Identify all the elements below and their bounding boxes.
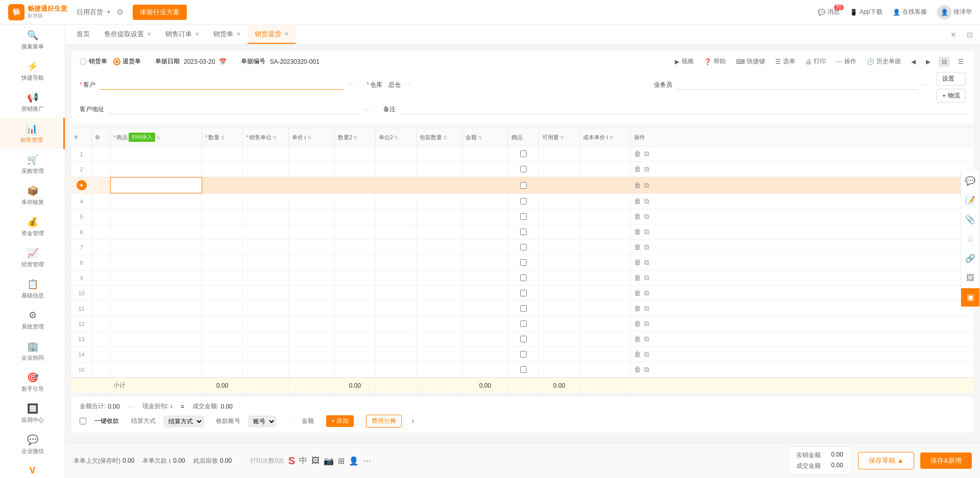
th-unit2-sort[interactable]: ⇅ xyxy=(394,135,398,140)
td-avail-13[interactable] xyxy=(539,332,580,346)
sidebar-item-system[interactable]: ⚙ 系统管理 xyxy=(0,305,65,336)
td-gift-6[interactable] xyxy=(508,224,539,239)
td-unit-2[interactable] xyxy=(243,162,289,177)
td-qty2-11[interactable] xyxy=(335,301,376,316)
td-product-1[interactable] xyxy=(110,146,202,161)
note-input[interactable] xyxy=(400,105,966,114)
td-gift-13[interactable] xyxy=(508,332,539,346)
td-unit-10[interactable] xyxy=(243,286,289,300)
delete-icon-7[interactable]: 🗑 xyxy=(634,243,641,251)
toolbar-operate-btn[interactable]: ⋯ 操作 xyxy=(834,56,859,67)
td-avail-5[interactable] xyxy=(539,209,580,224)
gift-checkbox-2[interactable] xyxy=(520,166,527,172)
toolbar-video-btn[interactable]: ▶ 视频 xyxy=(673,56,696,67)
warehouse-dots-btn[interactable]: ··· xyxy=(405,80,411,89)
product-input-1[interactable] xyxy=(113,150,199,158)
customer-input[interactable] xyxy=(100,80,344,90)
td-qty-8[interactable] xyxy=(202,255,243,270)
td-price-6[interactable] xyxy=(289,224,335,239)
td-price-15[interactable] xyxy=(289,362,335,377)
td-gift-9[interactable] xyxy=(508,270,539,285)
sidebar-item-inventory[interactable]: 📦 库存核算 xyxy=(0,180,65,211)
td-amount-14[interactable] xyxy=(462,347,508,362)
calc-method-select[interactable]: 结算方式 xyxy=(164,416,204,427)
td-price-12[interactable] xyxy=(289,316,335,331)
td-qty-14[interactable] xyxy=(202,347,243,362)
add-payment-btn[interactable]: + 添加 xyxy=(326,415,354,427)
settings-dropdown-arrow[interactable]: ▼ xyxy=(106,9,111,15)
td-gift-10[interactable] xyxy=(508,286,539,300)
add-row-btn[interactable]: + xyxy=(77,180,87,190)
td-qty2-12[interactable] xyxy=(335,316,376,331)
copy-icon-11[interactable]: ⧉ xyxy=(644,304,649,313)
td-product-9[interactable] xyxy=(110,270,202,285)
bottom-icon-scan[interactable]: 📷 xyxy=(324,456,334,466)
copy-icon-15[interactable]: ⧉ xyxy=(644,365,649,374)
toolbar-print-btn[interactable]: 🖨 打印 xyxy=(803,56,828,67)
single-owe-info[interactable]: ℹ xyxy=(169,458,171,464)
td-cost-13[interactable] xyxy=(580,332,631,346)
logistics-action-btn[interactable]: + 物流 xyxy=(937,89,966,103)
td-pkg-4[interactable] xyxy=(416,194,462,209)
td-cost-5[interactable] xyxy=(580,209,631,224)
td-qty-4[interactable] xyxy=(202,194,243,209)
td-unit-14[interactable] xyxy=(243,347,289,362)
sidebar-item-marketing[interactable]: 📢 营销推广 xyxy=(0,87,65,118)
td-cost-9[interactable] xyxy=(580,270,631,285)
tab-sales-delivery[interactable]: 销货单 ✕ xyxy=(206,26,248,44)
cash-discount-info[interactable]: ℹ xyxy=(170,404,173,409)
delete-icon-12[interactable]: 🗑 xyxy=(634,319,641,328)
delete-icon-15[interactable]: 🗑 xyxy=(634,365,641,374)
right-sidebar-photo-btn[interactable]: 🖼 xyxy=(961,269,979,287)
toolbar-help-btn[interactable]: ❓ 帮助 xyxy=(702,56,728,67)
customer-dots-btn[interactable]: ··· xyxy=(348,80,354,89)
td-unit2-14[interactable] xyxy=(376,347,416,362)
td-qty2-10[interactable] xyxy=(335,286,376,300)
td-amount-13[interactable] xyxy=(462,332,508,346)
td-unit-12[interactable] xyxy=(243,316,289,331)
td-qty-5[interactable] xyxy=(202,209,243,224)
td-amount-9[interactable] xyxy=(462,270,508,285)
td-qty-15[interactable] xyxy=(202,362,243,377)
td-price-9[interactable] xyxy=(289,270,335,285)
salesperson-input[interactable] xyxy=(676,80,918,90)
gift-checkbox-7[interactable] xyxy=(520,244,527,250)
td-cost-3[interactable] xyxy=(580,177,631,193)
sidebar-item-wechat[interactable]: 💬 企业微信 xyxy=(0,429,65,460)
td-qty2-13[interactable] xyxy=(335,332,376,346)
td-gift-4[interactable] xyxy=(508,194,539,209)
copy-icon-12[interactable]: ⧉ xyxy=(644,319,649,328)
td-product-12[interactable] xyxy=(110,316,202,331)
sidebar-item-basic[interactable]: 📋 基础信息 xyxy=(0,273,65,305)
address-input[interactable] xyxy=(108,105,360,114)
td-product-13[interactable] xyxy=(110,332,202,346)
bottom-icon-zhong[interactable]: 中 xyxy=(299,456,307,466)
delete-icon-6[interactable]: 🗑 xyxy=(634,228,641,236)
gift-checkbox-12[interactable] xyxy=(520,320,527,327)
td-qty-2[interactable] xyxy=(202,162,243,177)
td-avail-14[interactable] xyxy=(539,347,580,362)
salesperson-dots-btn[interactable]: ··· xyxy=(922,80,928,89)
th-unit-sort[interactable]: ⇅ xyxy=(273,135,277,140)
td-avail-3[interactable] xyxy=(539,177,580,193)
td-unit-13[interactable] xyxy=(243,332,289,346)
td-avail-15[interactable] xyxy=(539,362,580,377)
td-pkg-6[interactable] xyxy=(416,224,462,239)
th-cost-sort[interactable]: ⇅ xyxy=(609,135,614,140)
td-cost-8[interactable] xyxy=(580,255,631,270)
right-sidebar-attach-btn[interactable]: 📎 xyxy=(961,211,979,229)
td-unit2-13[interactable] xyxy=(376,332,416,346)
delete-icon-11[interactable]: 🗑 xyxy=(634,304,641,313)
th-avail-sort[interactable]: ⇅ xyxy=(560,135,564,140)
bottom-icon-table[interactable]: ⊞ xyxy=(338,456,345,466)
copy-icon-4[interactable]: ⧉ xyxy=(644,197,649,206)
td-amount-11[interactable] xyxy=(462,301,508,316)
try-btn[interactable]: 体验行业方案 xyxy=(133,5,187,20)
bottom-icon-user[interactable]: 👤 xyxy=(349,456,359,466)
copy-icon-1[interactable]: ⧉ xyxy=(644,149,649,158)
td-qty-3[interactable] xyxy=(202,177,243,193)
expense-split-btn[interactable]: 费用分摊 xyxy=(366,415,402,427)
td-qty2-6[interactable] xyxy=(335,224,376,239)
th-price-sort[interactable]: ⇅ xyxy=(307,135,311,140)
copy-icon-7[interactable]: ⧉ xyxy=(644,243,649,251)
